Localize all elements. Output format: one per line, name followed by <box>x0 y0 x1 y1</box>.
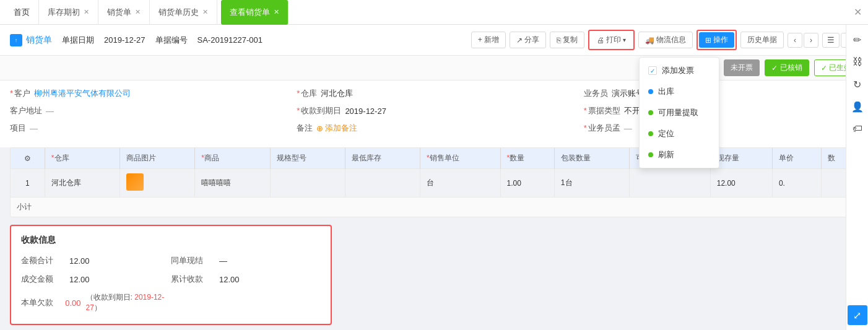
window-close-button[interactable]: ✕ <box>854 6 862 18</box>
check-icon: ✓ <box>771 64 778 72</box>
due-date-value: 2019-12-27 <box>345 106 386 116</box>
sidebar-edit-icon[interactable]: ✏ <box>848 30 867 50</box>
row-min-stock <box>345 169 420 198</box>
effective-check-icon: ✓ <box>821 64 827 72</box>
form-row-3: 项目 — 备注 ⊕ 添加备注 业务员孟 — <box>10 123 858 134</box>
add-note-button[interactable]: ⊕ 添加备注 <box>316 123 357 134</box>
row-available <box>630 169 711 198</box>
print-icon: 🖨 <box>597 36 604 45</box>
row-unit: 台 <box>420 169 500 198</box>
address-value: — <box>46 106 54 116</box>
dot-green-icon-3 <box>648 152 653 157</box>
sidebar-user-icon[interactable]: 👤 <box>848 97 867 116</box>
col-gear: ⚙ <box>11 148 45 169</box>
note-field: 备注 ⊕ 添加备注 <box>297 123 571 134</box>
sidebar-tag-icon[interactable]: 🏷 <box>848 119 867 139</box>
debt-label: 本单欠款 <box>21 297 60 308</box>
col-unit-price: 单价 <box>772 148 821 169</box>
project-field: 项目 — <box>10 123 284 134</box>
sidebar-rotate-icon[interactable]: ↻ <box>848 74 867 94</box>
dropdown-available-qty-label: 可用量提取 <box>658 107 698 118</box>
debt-value: 0.00 <box>65 298 80 308</box>
dropdown-locate[interactable]: 定位 <box>640 123 719 144</box>
address-field: 客户地址 — <box>10 105 284 116</box>
row-current-stock: 12.00 <box>710 169 772 198</box>
warehouse-label: 仓库 <box>297 88 317 99</box>
tab-view-sales-close[interactable]: ✕ <box>274 8 279 16</box>
form-row-1: 客户 柳州粤港平安气体有限公司 仓库 河北仓库 业务员 演示账号 <box>10 88 858 99</box>
warehouse-value: 河北仓库 <box>321 88 353 99</box>
dot-blue-icon <box>648 89 653 94</box>
col-qty: *数量 <box>500 148 554 169</box>
cumulative-label: 累计收款 <box>171 274 214 285</box>
tab-home[interactable]: 首页 <box>5 0 39 25</box>
salesperson-field: 业务员孟 — <box>584 123 858 134</box>
col-min-stock: 最低库存 <box>345 148 420 169</box>
project-value: — <box>30 124 38 133</box>
tab-bar: 首页 库存期初 ✕ 销货单 ✕ 销货单历史 ✕ 查看销货单 ✕ ✕ <box>0 0 868 25</box>
logistics-button[interactable]: 🚚 物流信息 <box>638 32 693 48</box>
confirm-button[interactable]: ✓ 已核销 <box>765 59 809 76</box>
tab-inventory-init[interactable]: 库存期初 ✕ <box>39 0 98 25</box>
col-product: *商品 <box>195 148 270 169</box>
payment-grid: 金额合计 12.00 同单现结 — 成交金额 12.00 累计收款 12.00 … <box>21 253 321 315</box>
deal-label: 成交金额 <box>21 274 64 285</box>
dropdown-refresh-label: 刷新 <box>658 149 674 160</box>
doc-actions: + 新增 ↗ 分享 ⎘ 复制 🖨 打印 ▾ 🚚 物流信息 <box>471 30 858 50</box>
list-view-button[interactable]: ☰ <box>822 33 840 48</box>
project-label: 项目 <box>10 123 26 134</box>
not-open-ticket-button[interactable]: 未开票 <box>724 59 760 76</box>
due-date-note: （收款到期日: 2019-12-27） <box>86 292 171 313</box>
share-button[interactable]: ↗ 分享 <box>510 32 546 48</box>
number-label: 单据编号 <box>155 35 188 46</box>
cumulative-value: 12.00 <box>219 275 240 284</box>
customer-value[interactable]: 柳州粤港平安气体有限公司 <box>34 88 131 99</box>
dropdown-outbound[interactable]: 出库 <box>640 81 719 102</box>
row-product: 嘻嘻嘻嘻 <box>195 169 270 198</box>
tab-sales-history[interactable]: 销货单历史 ✕ <box>150 0 217 25</box>
warehouse-field: 仓库 河北仓库 <box>297 88 571 99</box>
subtotal-label: 小计 <box>11 198 857 217</box>
doc-type-icon: ↑ <box>10 34 22 46</box>
new-button[interactable]: + 新增 <box>471 32 506 48</box>
tab-sales-order[interactable]: 销货单 ✕ <box>98 0 150 25</box>
doc-title: ↑ 销货单 <box>10 34 52 46</box>
dropdown-available-qty[interactable]: 可用量提取 <box>640 102 719 123</box>
status-bar: 📱 来自手机 未开票 ✓ 已核销 ✓ 已生效 <box>0 56 868 80</box>
prev-button[interactable]: ‹ <box>788 33 802 48</box>
col-unit: *销售单位 <box>420 148 500 169</box>
share-icon: ↗ <box>516 36 523 45</box>
table-header-row: ⚙ *仓库 商品图片 *商品 规格型号 最低库存 *销售单位 *数量 <box>11 148 857 169</box>
tab-sales-history-close[interactable]: ✕ <box>202 8 208 16</box>
dropdown-outbound-label: 出库 <box>658 86 674 97</box>
sidebar-expand-icon[interactable]: ⤢ <box>848 305 867 325</box>
table-row: 1 河北仓库 嘻嘻嘻嘻 台 1.00 1台 12.00 0. <box>11 169 857 198</box>
dropdown-refresh[interactable]: 刷新 <box>640 144 719 165</box>
print-button[interactable]: 🖨 打印 ▾ <box>591 32 632 48</box>
payment-cumulative-row: 累计收款 12.00 <box>171 272 321 287</box>
tab-view-sales[interactable]: 查看销货单 ✕ <box>221 0 289 25</box>
customer-label: 客户 <box>10 88 30 99</box>
col-spec: 规格型号 <box>270 148 345 169</box>
copy-button[interactable]: ⎘ 复制 <box>550 32 584 48</box>
address-label: 客户地址 <box>10 105 42 116</box>
doc-meta: 单据日期 2019-12-27 单据编号 SA-20191227-001 <box>62 35 263 46</box>
operate-button[interactable]: ⊞ 操作 <box>699 32 734 48</box>
col-pkg-qty: 包装数量 <box>554 148 629 169</box>
row-warehouse: 河北仓库 <box>45 169 119 198</box>
history-button[interactable]: 历史单据 <box>740 32 784 48</box>
dropdown-add-invoice[interactable]: ✓ 添加发票 <box>640 60 719 81</box>
row-image <box>120 169 195 198</box>
row-qty: 1.00 <box>500 169 554 198</box>
dropdown-locate-label: 定位 <box>658 128 674 139</box>
tab-inventory-init-close[interactable]: ✕ <box>84 8 89 16</box>
ticket-type-field: 票据类型 不开票 <box>584 105 858 116</box>
next-button[interactable]: › <box>804 33 818 48</box>
payment-title: 收款信息 <box>21 235 321 246</box>
copy-icon: ⎘ <box>557 36 561 45</box>
sidebar-link-icon[interactable]: ⛓ <box>848 52 867 72</box>
product-image <box>126 173 144 191</box>
tab-sales-order-close[interactable]: ✕ <box>135 8 141 16</box>
col-current-stock: 现存量 <box>710 148 772 169</box>
note-label: 备注 <box>297 123 313 134</box>
